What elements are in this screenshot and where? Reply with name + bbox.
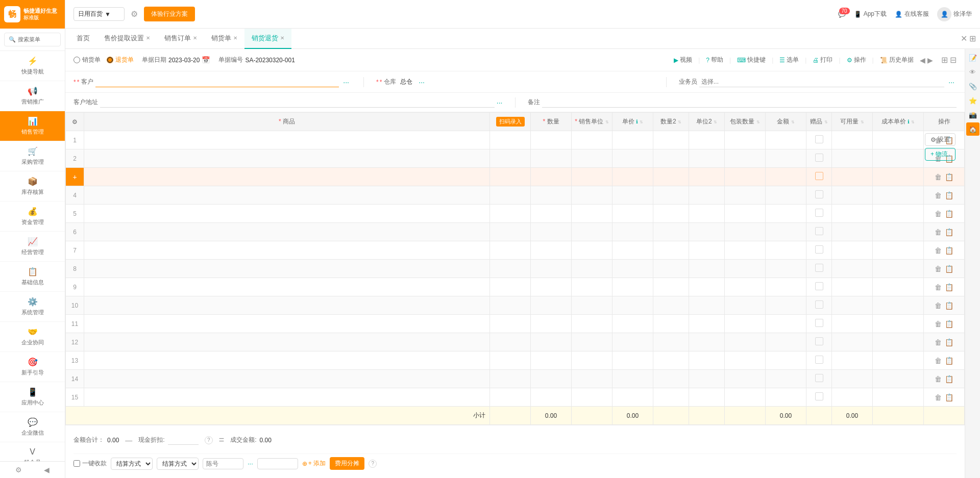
delete-row-14-btn[interactable]: 🗑: [935, 375, 942, 383]
address-input[interactable]: [100, 97, 495, 108]
split-btn[interactable]: 费用分摊: [330, 457, 364, 470]
amount-input[interactable]: [257, 458, 298, 469]
tab-sales-return-close[interactable]: ✕: [280, 35, 284, 41]
settings-gear-btn[interactable]: ⚙: [129, 7, 140, 21]
online-service-btn[interactable]: 👤 在线客服: [895, 10, 929, 18]
sidebar-settings-btn[interactable]: ⚙: [15, 466, 22, 474]
select-btn[interactable]: ☰ 选单: [779, 56, 799, 64]
gift-checkbox-1[interactable]: [815, 135, 823, 143]
gift-checkbox-5[interactable]: [815, 209, 823, 217]
tab-sales-delivery-close[interactable]: ✕: [233, 35, 237, 41]
tab-price-settings-close[interactable]: ✕: [146, 35, 150, 41]
user-profile-btn[interactable]: 👤 徐泽华: [937, 7, 972, 21]
tab-expand-btn[interactable]: ⊞: [969, 34, 976, 43]
settlement-method-select[interactable]: 结算方式: [111, 458, 153, 470]
delete-row-3-btn[interactable]: 🗑: [935, 173, 942, 181]
app-download-btn[interactable]: 📱 App下载: [854, 10, 887, 18]
calculation-select[interactable]: 结算方式: [157, 458, 199, 470]
gift-checkbox-10[interactable]: [815, 300, 823, 309]
scan-btn[interactable]: 扫码录入: [496, 117, 525, 127]
help-btn[interactable]: ? 帮助: [706, 56, 723, 64]
tab-price-settings[interactable]: 售价提取设置 ✕: [97, 29, 157, 49]
gift-checkbox-13[interactable]: [815, 356, 823, 364]
rt-btn-1[interactable]: 📝: [966, 51, 979, 64]
delete-row-7-btn[interactable]: 🗑: [935, 246, 942, 255]
sidebar-search[interactable]: 🔍 搜索菜单: [0, 29, 65, 51]
equals-btn[interactable]: =: [219, 435, 225, 445]
discount-input[interactable]: [168, 435, 199, 445]
th-scan[interactable]: 扫码录入: [490, 113, 531, 131]
sidebar-item-marketing[interactable]: 📢 营销推广: [0, 81, 65, 111]
radio-return[interactable]: 退货单: [107, 56, 134, 64]
payment-add-btn[interactable]: ⊕ + 添加: [302, 459, 326, 468]
print-btn[interactable]: 🖨 打印: [813, 56, 832, 64]
radio-delivery-input[interactable]: [74, 57, 80, 63]
gift-checkbox-4[interactable]: [815, 190, 823, 198]
delete-row-11-btn[interactable]: 🗑: [935, 320, 942, 328]
copy-row-15-btn[interactable]: 📋: [945, 393, 953, 401]
video-btn[interactable]: ▶ 视频: [674, 56, 692, 64]
gift-checkbox-8[interactable]: [815, 264, 823, 272]
th-settings[interactable]: ⚙: [66, 113, 84, 131]
salesperson-input[interactable]: [699, 77, 944, 87]
sidebar-item-quick-nav[interactable]: ⚡ 快捷导航: [0, 51, 65, 81]
rt-btn-5[interactable]: 📸: [966, 108, 979, 121]
one-click-collect-checkbox[interactable]: [74, 460, 80, 467]
account-input[interactable]: [203, 458, 243, 469]
gift-checkbox-14[interactable]: [815, 374, 823, 382]
radio-return-input[interactable]: [107, 57, 113, 63]
copy-row-14-btn[interactable]: 📋: [945, 375, 953, 383]
one-click-collect-check[interactable]: 一键收款: [74, 459, 107, 468]
rt-btn-4[interactable]: ⭐: [966, 94, 979, 107]
delete-row-9-btn[interactable]: 🗑: [935, 283, 942, 291]
search-menu-btn[interactable]: 🔍 搜索菜单: [4, 33, 61, 46]
tab-home[interactable]: 首页: [69, 29, 97, 49]
gift-checkbox-11[interactable]: [815, 319, 823, 327]
experience-btn[interactable]: 体验行业方案: [144, 7, 195, 21]
copy-row-11-btn[interactable]: 📋: [945, 320, 953, 328]
salesperson-picker-btn[interactable]: ···: [946, 78, 957, 86]
breadcrumb-select[interactable]: 日用百货 ▼: [74, 7, 125, 21]
gift-checkbox-2[interactable]: [815, 154, 823, 162]
split-info-btn[interactable]: ?: [369, 460, 377, 468]
sidebar-item-finance[interactable]: 💰 资金管理: [0, 202, 65, 232]
sidebar-item-basic-info[interactable]: 📋 基础信息: [0, 262, 65, 292]
delete-row-15-btn[interactable]: 🗑: [935, 393, 942, 401]
history-btn[interactable]: 📜 历史单据: [880, 56, 914, 64]
gift-checkbox-7[interactable]: [815, 245, 823, 254]
account-picker-btn[interactable]: ···: [248, 460, 253, 467]
rt-btn-3[interactable]: 📎: [966, 80, 979, 93]
sidebar-item-sales[interactable]: 📊 销售管理: [0, 111, 65, 141]
add-logistics-btn[interactable]: + 物流: [925, 148, 955, 161]
delete-row-5-btn[interactable]: 🗑: [935, 210, 942, 218]
tab-sales-order[interactable]: 销售订单 ✕: [157, 29, 204, 49]
gift-checkbox-6[interactable]: [815, 227, 823, 235]
remark-input[interactable]: [542, 97, 957, 108]
tab-close-all-btn[interactable]: ✕: [961, 34, 967, 43]
copy-row-9-btn[interactable]: 📋: [945, 283, 953, 291]
radio-delivery[interactable]: 销货单: [74, 56, 101, 64]
customer-picker-btn[interactable]: ···: [341, 78, 351, 86]
customer-input[interactable]: [95, 77, 339, 87]
copy-row-12-btn[interactable]: 📋: [945, 338, 953, 346]
shortcut-btn[interactable]: ⌨ 快捷键: [737, 56, 766, 64]
date-picker-btn[interactable]: 📅: [202, 56, 210, 64]
copy-row-4-btn[interactable]: 📋: [945, 191, 953, 199]
copy-row-7-btn[interactable]: 📋: [945, 246, 953, 255]
delete-row-13-btn[interactable]: 🗑: [935, 357, 942, 365]
sidebar-item-system[interactable]: ⚙️ 系统管理: [0, 292, 65, 322]
delete-row-10-btn[interactable]: 🗑: [935, 301, 942, 310]
copy-row-8-btn[interactable]: 📋: [945, 265, 953, 273]
tab-sales-return[interactable]: 销货退货 ✕: [244, 29, 291, 49]
copy-row-13-btn[interactable]: 📋: [945, 357, 953, 365]
rt-btn-6[interactable]: 🏠: [966, 122, 979, 136]
sidebar-item-member[interactable]: V 畅会员: [0, 442, 65, 461]
delete-row-12-btn[interactable]: 🗑: [935, 338, 942, 346]
discount-info-btn[interactable]: ?: [205, 436, 213, 444]
sidebar-item-operations[interactable]: 📈 经营管理: [0, 232, 65, 262]
copy-row-3-btn[interactable]: 📋: [945, 173, 953, 181]
settings-form-btn[interactable]: ⚙ 设置: [925, 133, 955, 146]
copy-row-5-btn[interactable]: 📋: [945, 210, 953, 218]
sidebar-collapse-btn[interactable]: ◀: [44, 466, 50, 474]
gift-checkbox-3[interactable]: [815, 172, 823, 180]
